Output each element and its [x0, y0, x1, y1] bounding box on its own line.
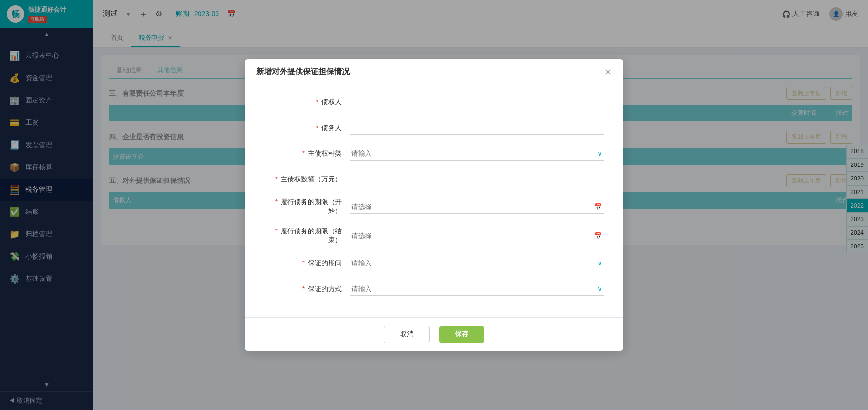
debt-type-input[interactable]: [350, 147, 595, 160]
period-start-input[interactable]: [350, 200, 592, 213]
form-row-debtor: * 债务人: [264, 121, 604, 135]
guarantee-period-input[interactable]: [350, 256, 595, 270]
save-button[interactable]: 保存: [439, 326, 484, 343]
guarantee-method-input[interactable]: [350, 282, 595, 295]
period-end-calendar-icon[interactable]: 📅: [592, 232, 604, 240]
modal-header: 新增对外提供保证担保情况 ✕: [245, 59, 623, 85]
period-start-label: * 履行债务的期限（开始）: [264, 198, 342, 215]
guarantee-method-chevron-icon[interactable]: ∨: [595, 285, 604, 293]
form-row-debt-type: * 主债权种类 ∨: [264, 147, 604, 161]
debt-type-select-wrap: ∨: [350, 147, 604, 161]
period-end-input[interactable]: [350, 229, 592, 243]
period-end-label: * 履行债务的期限（结束）: [264, 227, 342, 245]
modal-body: * 债权人 * 债务人 * 主债权种类: [245, 85, 623, 317]
debt-amount-input[interactable]: [350, 172, 604, 186]
period-end-date-wrap: 📅: [350, 229, 604, 243]
guarantee-method-label: * 保证的方式: [264, 285, 342, 294]
modal-overlay: 新增对外提供保证担保情况 ✕ * 债权人 * 债务人: [0, 0, 868, 410]
guarantee-period-chevron-icon[interactable]: ∨: [595, 259, 604, 267]
form-row-period-end: * 履行债务的期限（结束） 📅: [264, 227, 604, 245]
debtor-input[interactable]: [350, 121, 604, 135]
debt-amount-label: * 主债权数额（万元）: [264, 175, 342, 184]
period-start-calendar-icon[interactable]: 📅: [592, 203, 604, 211]
cancel-button[interactable]: 取消: [384, 326, 430, 343]
creditor-input[interactable]: [350, 95, 604, 109]
creditor-label: * 债权人: [264, 98, 342, 107]
modal-footer: 取消 保存: [245, 317, 623, 351]
modal-title: 新增对外提供保证担保情况: [256, 67, 350, 77]
form-row-period-start: * 履行债务的期限（开始） 📅: [264, 198, 604, 215]
guarantee-period-label: * 保证的期间: [264, 259, 342, 268]
guarantee-period-select-wrap: ∨: [350, 256, 604, 270]
debt-type-chevron-icon[interactable]: ∨: [595, 149, 604, 157]
debt-type-label: * 主债权种类: [264, 149, 342, 158]
form-row-guarantee-period: * 保证的期间 ∨: [264, 256, 604, 270]
form-row-guarantee-method: * 保证的方式 ∨: [264, 282, 604, 296]
modal-close-button[interactable]: ✕: [604, 68, 612, 77]
debtor-label: * 债务人: [264, 124, 342, 132]
period-start-date-wrap: 📅: [350, 200, 604, 214]
form-row-creditor: * 债权人: [264, 95, 604, 109]
modal: 新增对外提供保证担保情况 ✕ * 债权人 * 债务人: [245, 59, 623, 351]
form-row-debt-amount: * 主债权数额（万元）: [264, 172, 604, 186]
guarantee-method-select-wrap: ∨: [350, 282, 604, 296]
